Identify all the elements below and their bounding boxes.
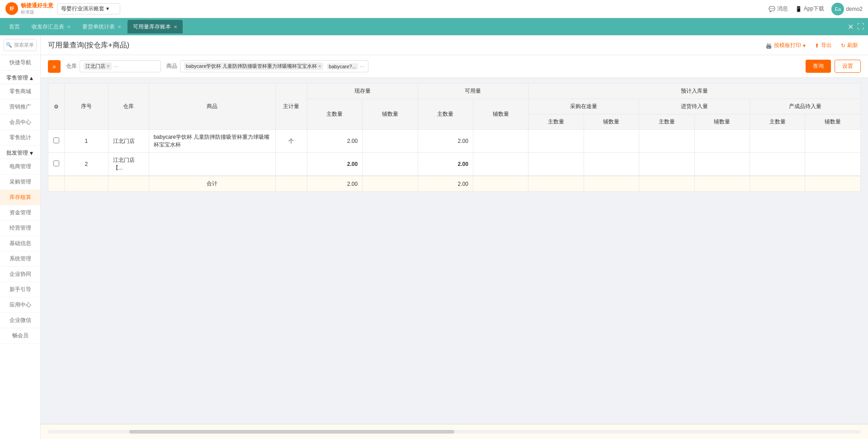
content-area: 可用量查询(按仓库+商品) 🖨️ 按模板打印 ▾ ⬆ 导出 ↻ 刷新	[41, 35, 868, 439]
user-name: demo2	[846, 6, 863, 12]
export-label: 导出	[821, 42, 832, 49]
sidebar-item-operations-label: 经营管理	[9, 225, 31, 231]
tab-home[interactable]: 首页	[4, 20, 25, 33]
sidebar-item-retail-stats[interactable]: 零售统计	[0, 130, 40, 146]
warehouse-filter-input[interactable]: 江北门店 ✕ ···	[80, 60, 161, 72]
row2-prod-main	[750, 153, 805, 176]
row2-checkbox[interactable]	[48, 153, 65, 176]
row2-checkbox-input[interactable]	[53, 160, 59, 166]
product-filter-input[interactable]: babycare学饮杯 儿童防摔防撞吸管杯重力球吸嘴杯宝宝水杯 ✕ babyca…	[180, 60, 368, 72]
main-layout: 🔍 搜索菜单 快捷导航 零售管理 ▲ 零售商城 营销推广 会员中心 零售统计	[0, 35, 868, 439]
sidebar-item-app-center-label: 应用中心	[9, 302, 31, 308]
th-settings[interactable]: ⚙	[48, 84, 65, 130]
avatar: Ea	[831, 3, 844, 15]
scrollbar-thumb	[129, 430, 454, 434]
horizontal-scrollbar[interactable]	[48, 430, 861, 434]
tab-available-stock-close[interactable]: ✕	[174, 24, 177, 29]
message-button[interactable]: 💬 消息	[769, 5, 788, 13]
tab-receipt-summary-close[interactable]: ✕	[67, 24, 71, 29]
warehouse-filter-tag: 江北门店 ✕	[84, 62, 112, 70]
sidebar-item-retail-shop[interactable]: 零售商城	[0, 84, 40, 99]
tab-close-all-icon[interactable]: ✕	[848, 23, 854, 31]
tab-receipt-summary[interactable]: 收发存汇总表 ✕	[26, 20, 76, 33]
top-bar: 好 畅捷通好生意 标准版 母婴行业演示账套 ▾ 💬 消息 📱 App下载 Ea …	[0, 0, 868, 18]
row1-incoming-main	[639, 130, 694, 153]
row2-warehouse: 江北门店【...	[108, 153, 149, 176]
sidebar-group-wholesale[interactable]: 批发管理 ▼	[0, 146, 40, 159]
tab-available-stock-label: 可用量库存账本	[133, 23, 171, 31]
row2-product	[149, 153, 275, 176]
sidebar-item-member-center[interactable]: 会员中心	[0, 115, 40, 130]
export-button[interactable]: ⬆ 导出	[812, 40, 835, 51]
sidebar-item-basic-info-label: 基础信息	[9, 240, 31, 246]
sidebar-item-enterprise[interactable]: 企业协同	[0, 267, 40, 282]
th-warehouse: 仓库	[108, 84, 149, 130]
row1-seq: 1	[65, 130, 108, 153]
row1-pur-transit-aux	[584, 130, 639, 153]
th-production: 产成品待入量	[750, 99, 861, 114]
export-icon: ⬆	[815, 42, 819, 49]
app-download-button[interactable]: 📱 App下载	[795, 5, 824, 13]
industry-select[interactable]: 母婴行业演示账套 ▾	[57, 3, 120, 14]
product-tag1-close[interactable]: ✕	[318, 64, 321, 69]
app-download-label: App下载	[804, 5, 824, 13]
sidebar-item-member[interactable]: 畅会员	[0, 328, 40, 344]
sidebar-item-inventory[interactable]: 库存核算	[0, 190, 40, 205]
query-button[interactable]: 查询	[806, 60, 831, 73]
sidebar-item-new-guide[interactable]: 新手引导	[0, 282, 40, 297]
row1-checkbox[interactable]	[48, 130, 65, 153]
filter-toggle-button[interactable]: »	[48, 60, 61, 73]
tab-maximize-icon[interactable]: ⛶	[857, 23, 864, 31]
chevron-down-icon: ▼	[29, 150, 34, 156]
row1-pur-transit-main	[528, 130, 584, 153]
user-area[interactable]: Ea demo2	[831, 3, 863, 15]
row2-incoming-aux	[694, 153, 750, 176]
settings-button[interactable]: 设置	[835, 60, 861, 73]
sidebar-item-retail-shop-label: 零售商城	[9, 88, 31, 94]
total-empty1	[48, 176, 65, 192]
row2-unit	[275, 153, 307, 176]
warehouse-filter-more[interactable]: ···	[113, 63, 118, 70]
sidebar-item-system-label: 系统管理	[9, 255, 31, 262]
th-avail-main: 主数量	[418, 99, 473, 130]
sidebar-item-marketing[interactable]: 营销推广	[0, 99, 40, 115]
th-pur-transit-main: 主数量	[528, 114, 584, 130]
sidebar-search-button[interactable]: 🔍 搜索菜单	[4, 39, 37, 51]
total-label: 合计	[149, 176, 275, 192]
sidebar-item-new-guide-label: 新手引导	[9, 286, 31, 293]
table-row: 2 江北门店【... 2.00 2.00	[48, 153, 861, 176]
total-stock-aux	[363, 176, 418, 192]
app-icon: 📱	[795, 6, 802, 12]
tab-order-stats[interactable]: 要货单统计表 ✕	[77, 20, 127, 33]
sidebar-group-retail[interactable]: 零售管理 ▲	[0, 71, 40, 84]
total-empty2	[65, 176, 108, 192]
row1-checkbox-input[interactable]	[53, 137, 59, 143]
sidebar-item-ecommerce[interactable]: 电商管理	[0, 159, 40, 175]
sidebar-item-operations[interactable]: 经营管理	[0, 221, 40, 236]
tab-order-stats-close[interactable]: ✕	[118, 24, 121, 29]
tab-available-stock[interactable]: 可用量库存账本 ✕	[127, 20, 183, 33]
print-icon: 🖨️	[765, 42, 772, 49]
product-filter-tag2: babycare?...	[327, 63, 358, 70]
search-icon: 🔍	[6, 42, 12, 48]
sidebar-item-purchase[interactable]: 采购管理	[0, 175, 40, 190]
product-filter-more[interactable]: ···	[360, 63, 364, 70]
sidebar-item-basic-info[interactable]: 基础信息	[0, 236, 40, 251]
row2-avail-aux	[473, 153, 528, 176]
warehouse-tag-close[interactable]: ✕	[106, 64, 110, 69]
th-seq: 序号	[65, 84, 108, 130]
row1-warehouse: 江北门店	[108, 130, 149, 153]
product-filter-tag1: babycare学饮杯 儿童防摔防撞吸管杯重力球吸嘴杯宝宝水杯 ✕	[184, 62, 323, 70]
print-button[interactable]: 🖨️ 按模板打印 ▾	[763, 40, 808, 51]
sidebar-item-system[interactable]: 系统管理	[0, 251, 40, 267]
sidebar-group-retail-label: 零售管理	[6, 74, 28, 82]
sidebar-item-finance[interactable]: 资金管理	[0, 205, 40, 221]
row2-pur-transit-main	[528, 153, 584, 176]
tab-bar-right: ✕ ⛶	[848, 23, 864, 31]
sidebar-item-app-center[interactable]: 应用中心	[0, 297, 40, 313]
refresh-icon: ↻	[841, 42, 845, 49]
sidebar-item-enterprise-wx[interactable]: 企业微信	[0, 313, 40, 328]
refresh-button[interactable]: ↻ 刷新	[838, 40, 861, 51]
sidebar-item-quick-nav[interactable]: 快捷导航	[0, 55, 40, 71]
industry-label: 母婴行业演示账套	[61, 5, 104, 13]
